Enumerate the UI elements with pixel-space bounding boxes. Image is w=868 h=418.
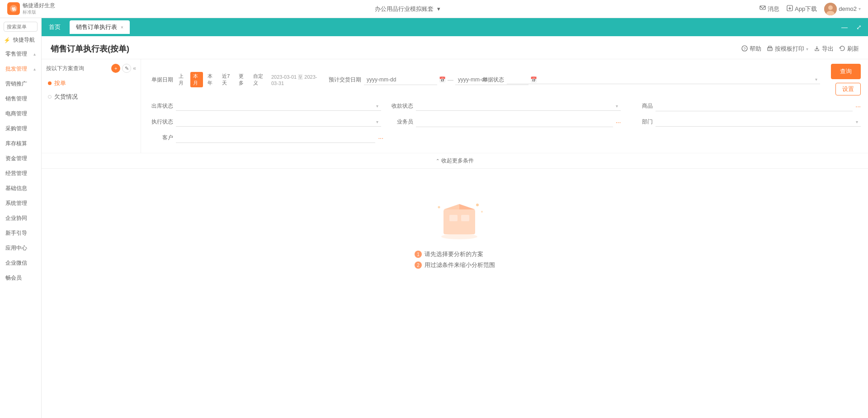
date-tab-近7天[interactable]: 近7天 [219, 72, 234, 87]
svg-point-17 [441, 234, 477, 239]
dept-label: 部门 [628, 118, 653, 126]
payment-status-label: 收款状态 [388, 102, 413, 110]
add-scheme-btn[interactable]: + [111, 64, 120, 73]
sidebar-item-12[interactable]: 新手引导 [0, 226, 41, 241]
app-download-btn[interactable]: App下载 [787, 5, 817, 13]
tab-bar: 首页 销售订单执行表 × — ⤢ [42, 18, 868, 36]
top-bar-left: 畅 畅捷通好生意 标准版 [7, 2, 55, 15]
print-label: 按模板打印 [775, 45, 804, 53]
dept-arrow-icon: ▾ [856, 119, 858, 124]
svg-text:?: ? [743, 47, 745, 51]
date-tab-本月[interactable]: 本月 [190, 72, 203, 87]
sidebar-item-1[interactable]: 批发管理▴ [0, 62, 41, 76]
refresh-btn[interactable]: 刷新 [839, 45, 859, 53]
query-button[interactable]: 查询 [831, 64, 861, 79]
help-btn[interactable]: ? 帮助 [741, 45, 761, 53]
exec-status-select[interactable]: ▾ [176, 118, 381, 127]
sidebar-item-10[interactable]: 系统管理 [0, 196, 41, 211]
sidebar-item-15[interactable]: 畅会员 [0, 271, 41, 285]
message-label: 消息 [768, 5, 779, 13]
filter-expected-date-item: 预计交货日期 📅 — 📅 [327, 75, 472, 85]
filter-goods-item: 商品 ··· [628, 101, 861, 111]
empty-text-area: 1 请先选择要分析的方案 2 用过滤条件来缩小分析范围 [415, 250, 495, 272]
sidebar-search-area [0, 18, 41, 33]
tab-active[interactable]: 销售订单执行表 × [70, 20, 130, 34]
collapse-more-bar[interactable]: ⌃ 收起更多条件 [42, 153, 868, 168]
print-btn[interactable]: 按模板打印 ▾ [767, 45, 808, 53]
payment-status-select[interactable]: ▾ [416, 102, 621, 111]
filter-panel-action-btns: + ✎ « [111, 64, 136, 73]
tab-minimize-btn[interactable]: — [839, 22, 850, 33]
tab-maximize-btn[interactable]: ⤢ [854, 22, 864, 33]
sidebar-item-4[interactable]: 电商管理 [0, 106, 41, 121]
app-download-icon [787, 5, 793, 13]
svg-text:畅: 畅 [12, 7, 16, 11]
filter-delivery-status-item: 出库状态 ▾ [148, 102, 381, 111]
edit-scheme-btn[interactable]: ✎ [122, 64, 131, 73]
goods-input[interactable] [656, 101, 853, 111]
query-btn-group: 查询 设置 [827, 64, 861, 95]
refresh-icon [839, 45, 845, 53]
date-tab-本年[interactable]: 本年 [205, 72, 217, 87]
sidebar-item-11[interactable]: 企业协同 [0, 211, 41, 226]
salesperson-more-icon[interactable]: ··· [616, 119, 621, 126]
expected-date-start[interactable] [364, 75, 437, 85]
dept-select[interactable]: ▾ [656, 118, 861, 127]
sidebar-item-2[interactable]: 营销推广 [0, 76, 41, 91]
date-tab-自定义[interactable]: 自定义 [250, 72, 267, 87]
search-input[interactable] [4, 22, 38, 32]
page-header-actions: ? 帮助 按模板打印 [741, 45, 859, 53]
help-icon: ? [741, 45, 748, 53]
inactive-dot-icon [48, 95, 52, 99]
filter-left-panel: 按以下方案查询 + ✎ « 按单欠货情况 [42, 59, 141, 153]
customer-input[interactable] [176, 133, 375, 143]
sidebar-item-quicknav[interactable]: ⚡ 快捷导航 [0, 33, 41, 47]
sidebar-item-8[interactable]: 经营管理 [0, 166, 41, 181]
filter-status-item: 单据状态 ▾ [479, 75, 820, 84]
sidebar-menu: 零售管理▴批发管理▴营销推广销售管理电商管理采购管理库存核算资金管理经营管理基础… [0, 47, 41, 285]
exec-status-label: 执行状态 [148, 118, 173, 126]
settings-button[interactable]: 设置 [835, 83, 861, 95]
export-btn[interactable]: 导出 [814, 45, 834, 53]
sidebar-item-5[interactable]: 采购管理 [0, 121, 41, 136]
filter-section: 按以下方案查询 + ✎ « 按单欠货情况 [42, 59, 868, 153]
calendar-start-icon[interactable]: 📅 [439, 76, 446, 83]
tab-bar-actions: — ⤢ [839, 22, 868, 33]
sidebar-item-9[interactable]: 基础信息 [0, 181, 41, 196]
customer-more-icon[interactable]: ··· [378, 134, 383, 142]
quicknav-label: 快捷导航 [13, 36, 35, 44]
date-tab-上月[interactable]: 上月 [176, 72, 189, 87]
sidebar-item-6[interactable]: 库存核算 [0, 136, 41, 151]
delivery-status-select[interactable]: ▾ [176, 102, 381, 111]
filter-exec-status-item: 执行状态 ▾ [148, 118, 381, 127]
sidebar-item-0[interactable]: 零售管理▴ [0, 47, 41, 62]
exec-status-arrow-icon: ▾ [376, 119, 378, 124]
export-label: 导出 [822, 45, 834, 53]
sidebar: ⚡ 快捷导航 零售管理▴批发管理▴营销推广销售管理电商管理采购管理库存核算资金管… [0, 18, 42, 418]
delivery-status-arrow-icon: ▾ [376, 104, 378, 109]
tab-home[interactable]: 首页 [42, 18, 68, 36]
date-label: 单据日期 [148, 76, 173, 84]
quicknav-icon: ⚡ [4, 37, 10, 43]
sidebar-item-14[interactable]: 企业微信 [0, 256, 41, 271]
top-center-nav: 办公用品行业模拟账套 ▾ [375, 5, 440, 13]
salesperson-input[interactable] [416, 117, 613, 127]
top-nav-arrow-icon[interactable]: ▾ [437, 5, 440, 12]
user-area[interactable]: demo2 ▾ [824, 3, 861, 15]
svg-point-20 [438, 206, 440, 209]
sidebar-item-3[interactable]: 销售管理 [0, 91, 41, 106]
collapse-panel-btn[interactable]: « [133, 65, 136, 71]
page-header: 销售订单执行表(按单) ? 帮助 [42, 36, 868, 59]
page-content: 销售订单执行表(按单) ? 帮助 [42, 36, 868, 418]
goods-more-icon[interactable]: ··· [855, 103, 861, 110]
status-select[interactable]: ▾ [507, 75, 820, 84]
tab-active-label: 销售订单执行表 [76, 23, 117, 31]
message-btn[interactable]: 消息 [760, 5, 779, 13]
sidebar-item-7[interactable]: 资金管理 [0, 151, 41, 166]
left-panel-item-1[interactable]: 欠货情况 [46, 90, 136, 104]
date-tab-更多[interactable]: 更多 [236, 72, 249, 87]
tab-close-icon[interactable]: × [121, 25, 123, 30]
left-panel-item-0[interactable]: 按单 [46, 76, 136, 90]
sidebar-item-13[interactable]: 应用中心 [0, 241, 41, 256]
top-bar-right: 消息 App下载 demo2 ▾ [760, 3, 861, 15]
